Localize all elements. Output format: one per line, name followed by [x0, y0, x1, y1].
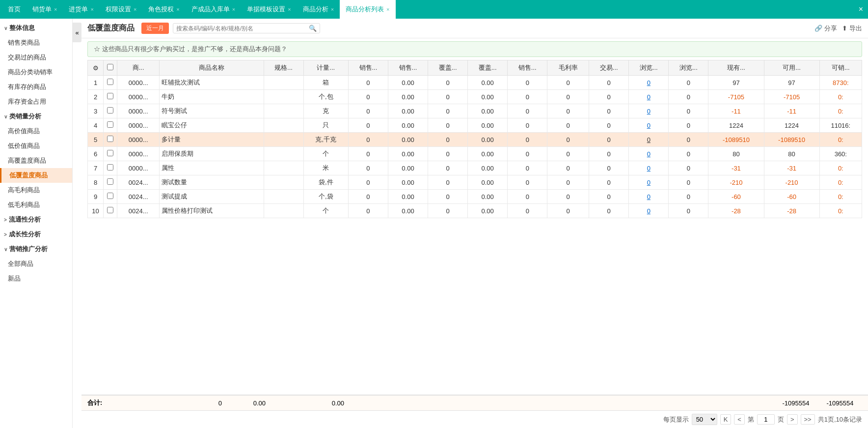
- row-select-checkbox[interactable]: [107, 107, 113, 114]
- first-page-button[interactable]: K: [720, 414, 732, 425]
- row-checkbox[interactable]: [104, 161, 117, 175]
- col-browse2[interactable]: 浏览...: [669, 60, 708, 76]
- sidebar-section-flow[interactable]: > 流通性分析: [0, 212, 72, 227]
- col-gross-rate[interactable]: 毛利率: [547, 60, 589, 76]
- sidebar-item-low-profit[interactable]: 低毛利商品: [0, 198, 72, 212]
- nav-tab-sales[interactable]: 销货单 ×: [27, 0, 63, 19]
- row-checkbox[interactable]: [104, 204, 117, 218]
- sidebar-section-quality[interactable]: ∨ 类销量分析: [0, 109, 72, 124]
- close-icon[interactable]: ×: [54, 6, 57, 12]
- page-title: 低覆盖度商品: [87, 23, 135, 33]
- col-trade[interactable]: 交易...: [589, 60, 629, 76]
- page-number-input[interactable]: [757, 414, 775, 425]
- row-checkbox[interactable]: [104, 104, 117, 118]
- sidebar-section-overall[interactable]: ∨ 整体信息: [0, 21, 72, 35]
- page-size-select[interactable]: 50 20 100 200: [692, 414, 717, 425]
- search-input[interactable]: [176, 25, 309, 32]
- period-button[interactable]: 近一月: [141, 23, 169, 34]
- settings-icon[interactable]: ⚙: [93, 64, 99, 72]
- col-coverage1[interactable]: 覆盖...: [428, 60, 468, 76]
- row-checkbox[interactable]: [104, 147, 117, 161]
- close-icon[interactable]: ×: [386, 6, 389, 12]
- close-all-button[interactable]: ×: [859, 5, 863, 14]
- sidebar-item-high-profit[interactable]: 高毛利商品: [0, 183, 72, 198]
- row-browse1[interactable]: 0: [629, 104, 669, 118]
- nav-tab-analysis-list[interactable]: 商品分析列表 ×: [340, 0, 395, 19]
- col-code[interactable]: 商...: [117, 60, 160, 76]
- row-checkbox[interactable]: [104, 118, 117, 133]
- last-page-button[interactable]: >>: [801, 414, 815, 425]
- row-select-checkbox[interactable]: [107, 79, 113, 85]
- nav-tab-purchase[interactable]: 进货单 ×: [63, 0, 99, 19]
- col-available[interactable]: 可用...: [764, 60, 819, 76]
- close-icon[interactable]: ×: [232, 6, 235, 12]
- row-browse1[interactable]: 0: [629, 133, 669, 147]
- nav-tab-analysis[interactable]: 商品分析 ×: [297, 0, 340, 19]
- nav-tab-role[interactable]: 角色授权 ×: [142, 0, 185, 19]
- nav-tab-home[interactable]: 首页: [2, 0, 27, 19]
- col-coverage2[interactable]: 覆盖...: [468, 60, 508, 76]
- sidebar-item-high-value[interactable]: 高价值商品: [0, 124, 72, 139]
- row-checkbox[interactable]: [104, 90, 117, 104]
- close-icon[interactable]: ×: [331, 6, 334, 12]
- close-icon[interactable]: ×: [90, 6, 93, 12]
- col-sales-extra[interactable]: 销售...: [508, 60, 547, 76]
- sidebar-item-all-products[interactable]: 全部商品: [0, 257, 72, 271]
- sidebar-item-traded-products[interactable]: 交易过的商品: [0, 50, 72, 65]
- export-button[interactable]: ⬆ 导出: [842, 24, 862, 33]
- row-select-checkbox[interactable]: [107, 207, 113, 213]
- row-select-checkbox[interactable]: [107, 121, 113, 128]
- row-checkbox[interactable]: [104, 175, 117, 190]
- row-select-checkbox[interactable]: [107, 136, 113, 142]
- row-select-checkbox[interactable]: [107, 193, 113, 199]
- row-checkbox[interactable]: [104, 190, 117, 204]
- row-browse1[interactable]: 0: [629, 76, 669, 90]
- col-checkbox[interactable]: [104, 60, 117, 76]
- table-container[interactable]: ⚙ 商... 商品名称 规格... 计量... 销售... 销售... 覆盖..…: [87, 60, 862, 395]
- share-button[interactable]: 🔗 分享: [814, 24, 837, 33]
- row-select-checkbox[interactable]: [107, 164, 113, 171]
- col-sales-amount[interactable]: 销售...: [388, 60, 428, 76]
- col-sellable[interactable]: 可销...: [819, 60, 862, 76]
- col-settings[interactable]: ⚙: [88, 60, 104, 76]
- row-select-checkbox[interactable]: [107, 178, 113, 185]
- sidebar-section-marketing[interactable]: ∨ 营销推广分析: [0, 242, 72, 257]
- sidebar-item-sales-products[interactable]: 销售类商品: [0, 35, 72, 50]
- row-browse1[interactable]: 0: [629, 90, 669, 104]
- sidebar-item-capital-occupied[interactable]: 库存资金占用: [0, 94, 72, 109]
- col-spec[interactable]: 规格...: [264, 60, 303, 76]
- close-icon[interactable]: ×: [288, 6, 291, 12]
- row-checkbox[interactable]: [104, 133, 117, 147]
- sidebar-item-low-value[interactable]: 低价值商品: [0, 139, 72, 153]
- close-icon[interactable]: ×: [134, 6, 136, 12]
- sidebar-item-inventory-products[interactable]: 有库存的商品: [0, 80, 72, 94]
- sidebar-item-high-coverage[interactable]: 高覆盖度商品: [0, 153, 72, 168]
- nav-tab-permission[interactable]: 权限设置 ×: [100, 0, 142, 19]
- select-all-checkbox[interactable]: [107, 64, 113, 70]
- row-select-checkbox[interactable]: [107, 93, 113, 99]
- next-page-button[interactable]: >: [787, 414, 798, 425]
- sidebar-item-new-products[interactable]: 新品: [0, 271, 72, 286]
- close-icon[interactable]: ×: [176, 6, 179, 12]
- row-browse1[interactable]: 0: [629, 147, 669, 161]
- col-current[interactable]: 现有...: [708, 60, 764, 76]
- row-browse1[interactable]: 0: [629, 204, 669, 218]
- sidebar-section-growth[interactable]: > 成长性分析: [0, 227, 72, 242]
- sidebar-item-low-coverage[interactable]: 低覆盖度商品: [0, 168, 72, 183]
- row-select-checkbox[interactable]: [107, 150, 113, 156]
- row-checkbox[interactable]: [104, 76, 117, 90]
- col-sales-count[interactable]: 销售...: [348, 60, 388, 76]
- col-name[interactable]: 商品名称: [160, 60, 264, 76]
- row-coverage2: 0.00: [468, 104, 508, 118]
- row-browse1[interactable]: 0: [629, 190, 669, 204]
- row-browse1[interactable]: 0: [629, 161, 669, 175]
- sidebar-collapse-button[interactable]: «: [73, 23, 81, 42]
- col-unit[interactable]: 计量...: [303, 60, 348, 76]
- row-browse1[interactable]: 0: [629, 118, 669, 133]
- sidebar-item-activity-rate[interactable]: 商品分类动销率: [0, 65, 72, 80]
- nav-tab-product-entry[interactable]: 产成品入库单 ×: [186, 0, 241, 19]
- prev-page-button[interactable]: <: [734, 414, 745, 425]
- nav-tab-template[interactable]: 单据模板设置 ×: [241, 0, 297, 19]
- row-browse1[interactable]: 0: [629, 175, 669, 190]
- col-browse1[interactable]: 浏览...: [629, 60, 669, 76]
